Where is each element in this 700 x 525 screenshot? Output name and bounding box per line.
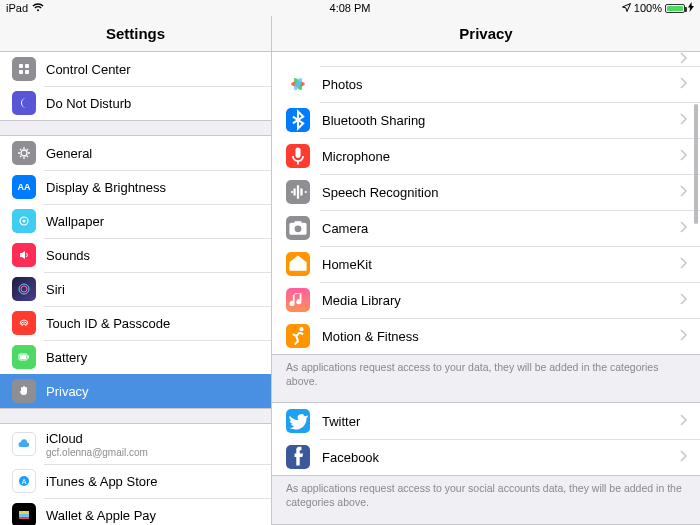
svg-point-7 xyxy=(23,220,26,223)
sidebar-item-general[interactable]: General xyxy=(0,136,271,170)
svg-rect-2 xyxy=(19,70,23,74)
detail-row-label: Media Library xyxy=(322,293,680,308)
microphone-icon xyxy=(286,144,310,168)
icloud-email: gcf.olenna@gmail.com xyxy=(46,447,271,458)
detail-row-speech-recognition[interactable]: Speech Recognition xyxy=(272,174,700,210)
svg-text:A: A xyxy=(22,478,27,485)
sidebar-title: Settings xyxy=(0,16,271,52)
sidebar-item-battery[interactable]: Battery xyxy=(0,340,271,374)
chevron-right-icon xyxy=(680,77,688,92)
sounds-icon xyxy=(12,243,36,267)
detail-row-label: Twitter xyxy=(322,414,680,429)
svg-point-4 xyxy=(21,150,27,156)
sidebar-item-wallpaper[interactable]: Wallpaper xyxy=(0,204,271,238)
sidebar-item-touchid-passcode[interactable]: Touch ID & Passcode xyxy=(0,306,271,340)
svg-rect-11 xyxy=(28,356,30,359)
scrollbar-thumb[interactable] xyxy=(694,104,698,224)
homekit-icon xyxy=(286,252,310,276)
chevron-right-icon xyxy=(680,257,688,272)
sidebar-item-itunes-appstore[interactable]: A iTunes & App Store xyxy=(0,464,271,498)
wifi-icon xyxy=(32,2,44,14)
sidebar-item-icloud[interactable]: iCloud gcf.olenna@gmail.com xyxy=(0,424,271,464)
chevron-right-icon xyxy=(680,149,688,164)
sidebar-item-label: Sounds xyxy=(46,248,271,263)
motion-icon xyxy=(286,324,310,348)
battery-pct: 100% xyxy=(634,2,662,14)
device-label: iPad xyxy=(6,2,28,14)
svg-rect-16 xyxy=(19,514,29,517)
sidebar-item-privacy[interactable]: Privacy xyxy=(0,374,271,408)
detail-row-peek[interactable] xyxy=(272,52,700,66)
appstore-icon: A xyxy=(12,469,36,493)
control-center-icon xyxy=(12,57,36,81)
detail-row-photos[interactable]: Photos xyxy=(272,66,700,102)
chevron-right-icon xyxy=(680,414,688,429)
detail-row-facebook[interactable]: Facebook xyxy=(272,439,700,475)
detail-title: Privacy xyxy=(272,16,700,52)
svg-rect-17 xyxy=(19,517,29,519)
charging-icon xyxy=(688,2,694,14)
svg-rect-15 xyxy=(19,511,29,514)
sidebar-item-label: Display & Brightness xyxy=(46,180,271,195)
svg-point-9 xyxy=(21,286,27,292)
detail-row-homekit[interactable]: HomeKit xyxy=(272,246,700,282)
detail-row-label: Bluetooth Sharing xyxy=(322,113,680,128)
fingerprint-icon xyxy=(12,311,36,335)
icloud-icon xyxy=(12,432,36,456)
sidebar-item-label: Do Not Disturb xyxy=(46,96,271,111)
music-icon xyxy=(286,288,310,312)
detail-row-bluetooth-sharing[interactable]: Bluetooth Sharing xyxy=(272,102,700,138)
sidebar-item-label: Siri xyxy=(46,282,271,297)
detail-row-label: Microphone xyxy=(322,149,680,164)
twitter-icon xyxy=(286,409,310,433)
sidebar-item-sounds[interactable]: Sounds xyxy=(0,238,271,272)
detail-row-media-library[interactable]: Media Library xyxy=(272,282,700,318)
wallet-icon xyxy=(12,503,36,525)
svg-rect-0 xyxy=(19,64,23,68)
sidebar-item-label: General xyxy=(46,146,271,161)
chevron-right-icon xyxy=(680,221,688,236)
sidebar-item-siri[interactable]: Siri xyxy=(0,272,271,306)
detail-row-label: Motion & Fitness xyxy=(322,329,680,344)
detail-footnote-data: As applications request access to your d… xyxy=(272,355,700,388)
sidebar-item-label: Touch ID & Passcode xyxy=(46,316,271,331)
detail-row-label: Camera xyxy=(322,221,680,236)
svg-rect-12 xyxy=(20,355,26,359)
detail-row-label: Facebook xyxy=(322,450,680,465)
sidebar-item-label: iTunes & App Store xyxy=(46,474,271,489)
sidebar-item-do-not-disturb[interactable]: Do Not Disturb xyxy=(0,86,271,120)
svg-point-26 xyxy=(295,225,302,232)
svg-rect-27 xyxy=(295,221,302,224)
status-bar: iPad 4:08 PM 100% xyxy=(0,0,700,16)
privacy-hand-icon xyxy=(12,379,36,403)
detail-row-twitter[interactable]: Twitter xyxy=(272,403,700,439)
clock: 4:08 PM xyxy=(330,2,371,14)
detail-row-label: Speech Recognition xyxy=(322,185,680,200)
chevron-right-icon xyxy=(680,329,688,344)
siri-icon xyxy=(12,277,36,301)
photos-icon xyxy=(286,72,310,96)
sidebar-item-control-center[interactable]: Control Center xyxy=(0,52,271,86)
gear-icon xyxy=(12,141,36,165)
chevron-right-icon xyxy=(680,293,688,308)
chevron-right-icon xyxy=(680,450,688,465)
brightness-icon: AA xyxy=(12,175,36,199)
detail-row-microphone[interactable]: Microphone xyxy=(272,138,700,174)
chevron-right-icon xyxy=(680,52,688,67)
svg-rect-24 xyxy=(295,147,300,157)
bluetooth-icon xyxy=(286,108,310,132)
camera-icon xyxy=(286,216,310,240)
facebook-icon xyxy=(286,445,310,469)
location-icon xyxy=(622,2,631,14)
wallpaper-icon xyxy=(12,209,36,233)
svg-point-28 xyxy=(299,327,303,331)
privacy-detail: Privacy Photos xyxy=(272,16,700,525)
sidebar-item-label: Control Center xyxy=(46,62,271,77)
sidebar-item-display-brightness[interactable]: AA Display & Brightness xyxy=(0,170,271,204)
chevron-right-icon xyxy=(680,185,688,200)
svg-text:AA: AA xyxy=(18,182,31,192)
sidebar-item-label: Privacy xyxy=(46,384,271,399)
detail-row-motion-fitness[interactable]: Motion & Fitness xyxy=(272,318,700,354)
detail-row-camera[interactable]: Camera xyxy=(272,210,700,246)
sidebar-item-wallet-applepay[interactable]: Wallet & Apple Pay xyxy=(0,498,271,525)
